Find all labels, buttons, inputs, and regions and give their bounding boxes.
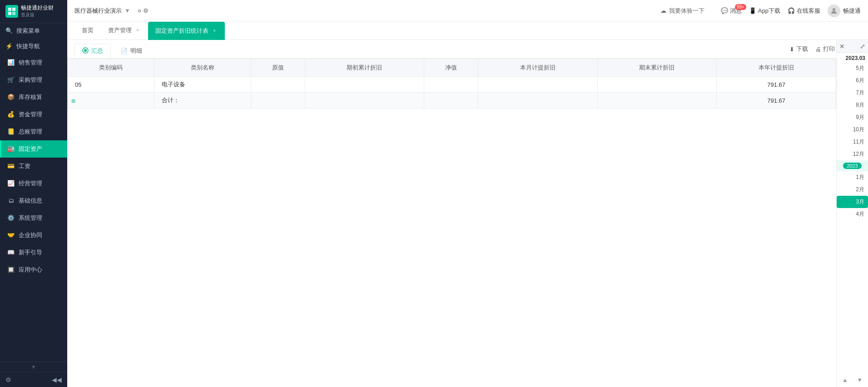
tab-asset-mgmt[interactable]: 资产管理 ×	[101, 22, 148, 40]
sidebar-search[interactable]: 🔍 搜索菜单	[0, 23, 67, 39]
basic-info-icon: 🗂	[7, 197, 15, 205]
date-item-11[interactable]: 11月	[837, 136, 868, 148]
col-header-monthly-depreciation: 本月计提折旧	[478, 59, 598, 77]
col-header-period-end-depreciation: 期末累计折旧	[597, 59, 717, 77]
logo-icon	[5, 5, 18, 18]
tab-depreciation-close[interactable]: ×	[211, 28, 218, 34]
sidebar-item-enterprise[interactable]: 🤝 企业协同	[0, 227, 67, 244]
year-2023-header[interactable]: 2023	[837, 160, 868, 171]
sub-tab-detail[interactable]: 📄 明细	[113, 44, 150, 58]
download-btn[interactable]: 📱 App下载	[749, 7, 780, 15]
collapse-button[interactable]: ◀◀	[52, 376, 62, 383]
date-item-12[interactable]: 12月	[837, 148, 868, 160]
date-list: 5月 6月 7月 8月 9月 10月 11月 12月 2023 1月 2月 3月…	[837, 62, 868, 387]
summary-tab-icon	[82, 47, 89, 55]
sub-tab-summary[interactable]: 汇总	[74, 44, 111, 58]
date-item-5[interactable]: 5月	[837, 62, 868, 74]
date-item-2023-3[interactable]: 3月	[837, 196, 868, 208]
sidebar-item-label: 工资	[19, 162, 30, 170]
summary-ytd-depreciation: 791.67	[717, 93, 836, 109]
message-icon: 💬	[721, 7, 728, 14]
sub-tabs: 汇总 📄 明细 ⬇ 下载 🖨 打印 ↻ 刷新	[67, 40, 868, 59]
cell-category-code: 05	[68, 77, 154, 93]
sidebar-item-system[interactable]: ⚙️ 系统管理	[0, 209, 67, 227]
user-menu[interactable]: 畅捷通	[828, 5, 861, 17]
download-action-btn[interactable]: ⬇ 下载	[789, 45, 808, 53]
print-action-label: 打印	[823, 45, 835, 53]
date-item-7[interactable]: 7月	[837, 87, 868, 99]
sidebar-nav: 📊 销售管理 🛒 采购管理 📦 库存核算 💰 资金管理 📒 总账管理 🏭 固定资…	[0, 54, 67, 362]
date-nav-up[interactable]: ▲	[840, 375, 850, 385]
date-item-2023-2[interactable]: 2月	[837, 184, 868, 196]
panel-close-btn[interactable]: ✕	[839, 43, 845, 50]
sidebar-item-guide[interactable]: 📖 新手引导	[0, 244, 67, 261]
app-center-icon: 🔲	[7, 266, 15, 274]
sidebar-item-app-center[interactable]: 🔲 应用中心	[0, 261, 67, 278]
company-selector[interactable]: 医疗器械行业演示 ▼	[74, 7, 130, 15]
quicknav-label: 快捷导航	[16, 42, 40, 50]
print-action-btn[interactable]: 🖨 打印	[815, 45, 835, 53]
summary-row: ⊞ 合计： 791.67	[68, 93, 836, 109]
user-avatar	[828, 5, 840, 17]
logo-area: 畅捷通好业财 普及版	[0, 0, 67, 23]
summary-icon: ⊞	[68, 93, 154, 109]
sidebar-quicknav[interactable]: ⚡ 快捷导航	[0, 39, 67, 54]
date-item-10[interactable]: 10月	[837, 124, 868, 136]
content-area: 汇总 📄 明细 ⬇ 下载 🖨 打印 ↻ 刷新	[67, 40, 868, 387]
date-item-8[interactable]: 8月	[837, 99, 868, 111]
sidebar-item-basic-info[interactable]: 🗂 基础信息	[0, 192, 67, 209]
sidebar-item-ledger[interactable]: 📒 总账管理	[0, 123, 67, 140]
tab-depreciation-label: 固定资产折旧统计表	[155, 27, 208, 35]
scroll-down-arrow[interactable]: ▼	[31, 364, 36, 370]
sidebar-item-label: 应用中心	[19, 266, 42, 274]
payroll-icon: 💳	[7, 162, 15, 170]
sidebar-item-operations[interactable]: 📈 经营管理	[0, 175, 67, 192]
print-action-icon: 🖨	[815, 46, 821, 53]
sub-tab-detail-label: 明细	[130, 47, 142, 55]
sidebar-item-sales[interactable]: 📊 销售管理	[0, 54, 67, 71]
operations-icon: 📈	[7, 179, 15, 188]
sidebar-item-purchase[interactable]: 🛒 采购管理	[0, 71, 67, 89]
app-title: 畅捷通好业财	[21, 5, 54, 12]
tab-asset-mgmt-close[interactable]: ×	[134, 27, 141, 34]
sidebar-footer: ⚙ ◀◀	[0, 372, 67, 387]
experience-btn[interactable]: ☁ 我要体验一下	[657, 5, 708, 17]
sidebar-item-payroll[interactable]: 💳 工资	[0, 158, 67, 175]
sidebar-item-label: 新手引导	[19, 248, 42, 257]
tab-home[interactable]: 首页	[74, 22, 101, 40]
date-item-9[interactable]: 9月	[837, 111, 868, 124]
cell-ytd-depreciation: 791.67	[717, 77, 836, 93]
sidebar-item-fixed-assets[interactable]: 🏭 固定资产	[0, 140, 67, 158]
cell-category-name: 电子设备	[154, 77, 251, 93]
sidebar: 畅捷通好业财 普及版 🔍 搜索菜单 ⚡ 快捷导航 📊 销售管理 🛒 采购管理 📦…	[0, 0, 67, 387]
current-period-label: 2023.03	[837, 53, 868, 62]
sidebar-item-finance[interactable]: 💰 资金管理	[0, 106, 67, 123]
panel-expand-btn[interactable]: ⤢	[860, 43, 865, 50]
enterprise-icon: 🤝	[7, 231, 15, 239]
sub-tab-summary-label: 汇总	[91, 47, 103, 55]
date-item-6[interactable]: 6月	[837, 74, 868, 87]
date-nav-down[interactable]: ▼	[855, 375, 864, 385]
sidebar-item-label: 基础信息	[19, 197, 42, 205]
sidebar-item-label: 企业协同	[19, 231, 42, 239]
svg-point-4	[833, 8, 835, 11]
date-item-2023-1[interactable]: 1月	[837, 171, 868, 184]
cell-accumulated-depreciation	[305, 77, 424, 93]
col-header-category-name: 类别名称	[154, 59, 251, 77]
sidebar-item-inventory[interactable]: 📦 库存核算	[0, 89, 67, 106]
quicknav-icon: ⚡	[5, 43, 13, 50]
col-header-original-value: 原值	[251, 59, 305, 77]
sidebar-item-label: 固定资产	[19, 145, 42, 153]
sidebar-item-label: 采购管理	[19, 76, 42, 84]
service-btn[interactable]: 🎧 在线客服	[788, 7, 820, 15]
settings-button[interactable]: ⚙	[136, 5, 149, 17]
svg-point-6	[84, 49, 87, 52]
detail-tab-icon: 📄	[120, 48, 128, 55]
tab-depreciation[interactable]: 固定资产折旧统计表 ×	[148, 22, 225, 40]
date-item-2023-4[interactable]: 4月	[837, 208, 868, 220]
sidebar-item-label: 经营管理	[19, 179, 42, 188]
settings-button[interactable]: ⚙	[5, 376, 11, 383]
messages-btn[interactable]: 💬 消息 99+	[721, 7, 742, 15]
svg-rect-3	[12, 12, 15, 15]
col-header-ytd-depreciation: 本年计提折旧	[717, 59, 836, 77]
